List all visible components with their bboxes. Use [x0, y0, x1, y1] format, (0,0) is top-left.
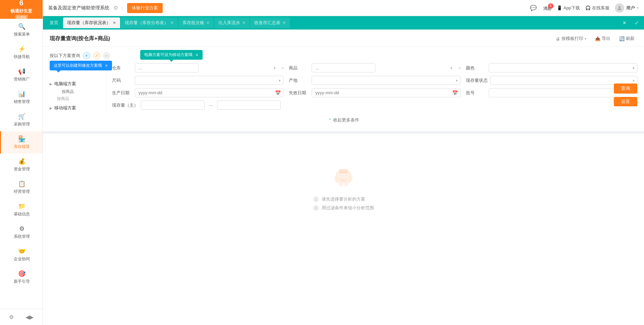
scheme-sub-product-type: 按商品: [55, 95, 104, 102]
filter-origin: 产地: [289, 76, 460, 85]
product-expand-icon[interactable]: ···: [458, 65, 460, 71]
production-date-calendar-icon[interactable]: 📅: [275, 90, 281, 96]
sidebar: 6 畅通好生意 标准版 🔍 搜索菜单 ⚡ 快捷导航 📢 营销推广 📊 销售管理 …: [0, 0, 43, 325]
warehouse-input[interactable]: [135, 63, 199, 72]
system-title: 装备及固定资产辅助管理系统: [48, 5, 109, 11]
stock-main-min-input[interactable]: [141, 101, 205, 110]
origin-select[interactable]: [312, 76, 460, 85]
production-date-input[interactable]: [135, 88, 283, 97]
tooltip-create-close[interactable]: ✕: [105, 63, 108, 68]
query-btn-area: 查询 设置: [614, 84, 637, 106]
tab-bar-right: ✕ ⤢: [620, 18, 641, 28]
query-btn[interactable]: 查询: [614, 84, 637, 94]
refresh-icon: 🔄: [619, 36, 625, 41]
sidebar-item-quick[interactable]: ⚡ 快捷导航: [0, 41, 43, 64]
sidebar-item-search[interactable]: 🔍 搜索菜单: [0, 19, 43, 41]
stock-status-label: 现存量状态: [466, 77, 488, 84]
tab-inventory-dist[interactable]: 现存量（库存分布表） ✕: [121, 17, 178, 28]
print-template-btn[interactable]: 🖨 按模板打印 ▾: [553, 34, 589, 43]
tab-expand-btn[interactable]: ⤢: [632, 18, 641, 28]
tab-close-all-btn[interactable]: ✕: [620, 18, 629, 28]
tab-in-out-flow[interactable]: 出入库流水 ✕: [214, 17, 250, 28]
sidebar-item-inventory[interactable]: 🏪 库存核算: [0, 131, 43, 154]
app-download-btn[interactable]: 📱 App下载: [557, 5, 580, 11]
export-label: 导出: [602, 36, 610, 42]
sidebar-settings-btn[interactable]: ⚙: [8, 313, 15, 322]
tab-home[interactable]: 首页: [46, 20, 62, 26]
sidebar-item-system[interactable]: ⚙ 系统管理: [0, 221, 43, 243]
refresh-btn[interactable]: 🔄 刷新: [616, 34, 637, 43]
tab-in-out-flow-close[interactable]: ✕: [242, 20, 246, 25]
sidebar-item-operations[interactable]: 📋 经营管理: [0, 176, 43, 199]
sidebar-collapse-btn[interactable]: ◀▶: [24, 313, 35, 322]
tab-batch-ledger[interactable]: 库存批次账 ✕: [178, 17, 214, 28]
online-service-btn[interactable]: 🎧 在线客服: [585, 5, 609, 11]
tab-batch-ledger-close[interactable]: ✕: [206, 20, 210, 25]
home-label: 首页: [50, 20, 58, 25]
filter-body: 这里可以创建和修改方案哦 ✕ ▶ 电脑端方案: [50, 63, 637, 112]
tab-inventory-status[interactable]: 现存量（库存状况表） ✕: [63, 17, 120, 28]
page-inner: 现存量查询(按仓库+商品) 🖨 按模板打印 ▾ 📤 导出 🔄 刷新: [43, 30, 644, 325]
add-scheme-btn[interactable]: ＋: [83, 52, 90, 59]
svg-rect-2: [339, 169, 348, 173]
newbie-icon: 🎯: [18, 270, 25, 277]
product-label: 商品: [289, 65, 309, 71]
sidebar-label-marketing: 营销推广: [14, 76, 30, 82]
desktop-scheme-arrow: ▶: [50, 82, 52, 86]
production-date-label: 生产日期: [112, 90, 132, 96]
collapse-btn[interactable]: ⌃ 收起更多条件: [50, 114, 637, 126]
tab-collect-summary-close[interactable]: ✕: [282, 20, 286, 25]
industry-btn[interactable]: 体验行业方案: [127, 3, 163, 13]
color-label: 颜色: [466, 65, 486, 71]
sidebar-logo: 6 畅通好生意 标准版: [0, 0, 43, 19]
sidebar-item-finance[interactable]: 💰 资金管理: [0, 154, 43, 176]
tooltip-scheme-wrap: 电脑方案可设为移动方案哦 ✕: [140, 50, 203, 60]
stock-main-max-input[interactable]: [217, 101, 281, 110]
operations-icon: 📋: [18, 180, 25, 187]
tooltip-scheme-close[interactable]: ✕: [195, 53, 199, 57]
scheme-sub-item-product[interactable]: 按商品: [62, 88, 104, 95]
sidebar-item-newbie[interactable]: 🎯 新手引导: [0, 266, 43, 288]
color-select[interactable]: [489, 63, 637, 72]
tooltip-create-text: 这里可以创建和修改方案哦: [54, 63, 102, 68]
tab-collect-summary[interactable]: 收发存汇总表 ✕: [250, 17, 290, 28]
expiry-date-input[interactable]: [312, 88, 460, 97]
sidebar-item-purchase[interactable]: 🛒 采购管理: [0, 109, 43, 131]
product-input[interactable]: [312, 63, 375, 72]
export-btn[interactable]: 📤 导出: [592, 34, 613, 43]
message-badge: 6: [548, 3, 553, 9]
back-btn[interactable]: ←: [103, 52, 110, 59]
warehouse-expand-icon[interactable]: ···: [281, 65, 283, 71]
top-header-left: 装备及固定资产辅助管理系统 ⚙ | 体验行业方案: [48, 3, 163, 13]
empty-hint-1-text: 请先选择要分析的方案: [322, 196, 365, 202]
mobile-scheme-arrow: ▶: [50, 106, 52, 110]
size-select-wrap[interactable]: [135, 76, 283, 85]
tooltip-create-wrap: 这里可以创建和修改方案哦 ✕: [50, 61, 112, 70]
filter-product: 商品 ···: [289, 63, 460, 72]
edit-scheme-btn[interactable]: [93, 52, 100, 59]
mobile-scheme-item[interactable]: ▶ 移动端方案: [50, 104, 104, 112]
origin-select-wrap[interactable]: [312, 76, 460, 85]
empty-text-list: 1 请先选择要分析的方案 2 用过滤条件来缩小分析范围: [313, 196, 374, 211]
stock-main-label: 现存量（主）: [112, 102, 138, 108]
tab-inventory-dist-close[interactable]: ✕: [170, 20, 174, 25]
sidebar-item-basic[interactable]: 📁 基础信息: [0, 199, 43, 221]
tab-inventory-status-close[interactable]: ✕: [113, 20, 116, 25]
reset-btn[interactable]: 设置: [614, 97, 637, 106]
user-label: 用户: [626, 5, 635, 11]
sidebar-item-sales[interactable]: 📊 销售管理: [0, 86, 43, 109]
sidebar-item-marketing[interactable]: 📢 营销推广: [0, 64, 43, 86]
sales-icon: 📊: [18, 90, 25, 98]
expiry-date-label: 失效日期: [289, 90, 309, 96]
color-select-wrap[interactable]: [489, 63, 637, 72]
size-select[interactable]: [135, 76, 283, 85]
user-avatar-btn[interactable]: 用户 ▾: [615, 3, 639, 13]
desktop-scheme-item[interactable]: ▶ 电脑端方案: [50, 79, 104, 88]
message-btn[interactable]: 💬 6 消息: [530, 5, 551, 11]
expiry-date-calendar-icon[interactable]: 📅: [452, 90, 458, 96]
sidebar-item-enterprise[interactable]: 🤝 企业协同: [0, 243, 43, 266]
tab-in-out-flow-label: 出入库流水: [218, 20, 240, 26]
product-select-wrap: [312, 63, 455, 72]
sidebar-label-newbie: 新手引导: [14, 279, 30, 284]
settings-gear-icon[interactable]: ⚙: [113, 5, 118, 11]
